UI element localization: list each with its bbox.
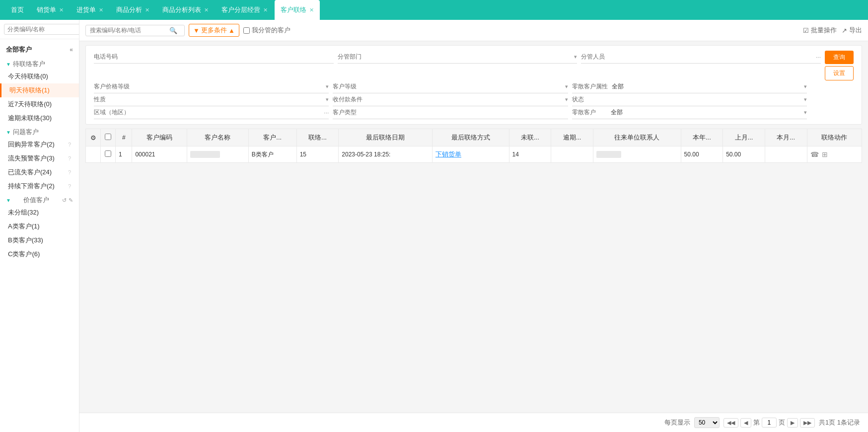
sidebar-item-today[interactable]: 今天待联络(0) (0, 70, 79, 83)
filter-scatter-customer-input[interactable] (611, 109, 804, 116)
filter-price-level-label: 客户价格等级 (94, 82, 130, 91)
sidebar-item-ungrouped[interactable]: 未分组(32) (0, 206, 79, 219)
export-button[interactable]: ↗ 导出 (842, 26, 862, 35)
row-this-month (765, 146, 807, 163)
row-settings-cell (86, 146, 101, 163)
sidebar-item-repurchase-abnormal[interactable]: 回购异常客户(2) ? (0, 138, 79, 151)
nav-item-home[interactable]: 首页 (5, 0, 30, 20)
filter-icon: ▼ (193, 27, 200, 34)
row-checkbox[interactable] (105, 150, 111, 157)
nav-item-customer-contact[interactable]: 客户联络 ✕ (275, 0, 320, 20)
sidebar-item-churned[interactable]: 已流失客户(24) ? (0, 165, 79, 179)
filter-phone-input[interactable] (133, 54, 334, 61)
nav-item-sales[interactable]: 销货单 ✕ (31, 0, 70, 20)
filter-status: 状态 ▾ (572, 93, 807, 106)
row-overdue (551, 146, 593, 163)
region-more-icon[interactable]: ··· (324, 109, 329, 116)
select-all-checkbox[interactable] (105, 134, 111, 140)
prev-page-button[interactable]: ◀ (740, 418, 751, 428)
status-dropdown-icon[interactable]: ▾ (804, 96, 807, 103)
page-number-input[interactable] (762, 418, 777, 428)
all-customers-label: 全部客户 (6, 45, 32, 54)
scatter-attr-dropdown-icon[interactable]: ▾ (804, 83, 807, 90)
filter-customer-level-label: 客户等级 (333, 82, 367, 91)
search-icon[interactable]: 🔍 (169, 27, 177, 34)
row-last-contact-method[interactable]: 下销货单 (433, 146, 509, 163)
filter-status-input[interactable] (611, 96, 804, 103)
scatter-customer-dropdown-icon[interactable]: ▾ (804, 109, 807, 116)
customer-level-dropdown-icon[interactable]: ▾ (565, 83, 568, 90)
col-header-checkbox[interactable] (101, 129, 116, 146)
close-sales-icon[interactable]: ✕ (59, 7, 64, 13)
filter-status-label: 状态 (572, 95, 607, 104)
table-row: 1 000021 B类客户 15 2023-05-23 18:25: 下销货单 … (86, 146, 862, 163)
nav-item-goods-analysis-list[interactable]: 商品分析列表 ✕ (156, 0, 215, 20)
bulk-operation-button[interactable]: ☑ 批量操作 (803, 26, 837, 35)
sidebar-item-type-c[interactable]: C类客户(6) (0, 247, 79, 261)
filter-scatter-customer: 零散客户 ▾ (572, 106, 807, 119)
sidebar-item-tomorrow[interactable]: 明天待联络(1) (0, 83, 79, 97)
group-title-value: 价值客户 ↺ ✎ (0, 193, 79, 206)
col-header-code: 客户编码 (132, 129, 187, 146)
row-type: B类客户 (248, 146, 296, 163)
my-customers-checkbox[interactable] (243, 27, 250, 34)
search-input[interactable] (90, 27, 169, 34)
help-icon-declining[interactable]: ? (68, 183, 71, 189)
close-purchase-icon[interactable]: ✕ (99, 7, 103, 13)
col-header-last-contact-date: 最后联络日期 (339, 129, 433, 146)
nav-item-goods-analysis[interactable]: 商品分析 ✕ (110, 0, 155, 20)
col-header-contacts: 联络... (296, 129, 339, 146)
price-level-dropdown-icon[interactable]: ▾ (326, 83, 329, 90)
query-button[interactable]: 查询 (825, 51, 854, 64)
filter-region-input[interactable] (134, 109, 324, 116)
more-filter-button[interactable]: ▼ 更多条件 ▲ (189, 24, 239, 37)
filter-dept-input[interactable] (376, 54, 575, 61)
set-button[interactable]: 设置 (825, 66, 854, 80)
sidebar-item-type-a[interactable]: A类客户(1) (0, 219, 79, 233)
manager-more-icon[interactable]: ··· (816, 54, 821, 61)
filter-payment-input[interactable] (371, 96, 565, 103)
filter-price-level: 客户价格等级 ▾ (94, 80, 329, 93)
row-phone-icon[interactable]: ☎ (810, 150, 819, 158)
nav-item-customer-tier[interactable]: 客户分层经营 ✕ (216, 0, 274, 20)
first-page-button[interactable]: ◀◀ (723, 418, 738, 428)
help-icon-churned[interactable]: ? (68, 169, 71, 175)
help-icon-repurchase[interactable]: ? (68, 142, 71, 147)
sidebar-item-week[interactable]: 近7天待联络(0) (0, 97, 79, 111)
row-checkbox-cell[interactable] (101, 146, 116, 163)
last-page-button[interactable]: ▶▶ (800, 418, 815, 428)
dept-dropdown-icon[interactable]: ▾ (574, 54, 577, 60)
sidebar-item-declining[interactable]: 持续下滑客户(2) ? (0, 179, 79, 193)
close-customer-tier-icon[interactable]: ✕ (263, 7, 268, 13)
row-name[interactable] (187, 146, 248, 163)
nav-item-purchase[interactable]: 进货单 ✕ (71, 0, 109, 20)
filter-customer-level-input[interactable] (371, 83, 565, 90)
sidebar-item-overdue[interactable]: 逾期未联络(30) (0, 111, 79, 125)
sidebar-item-type-b[interactable]: B类客户(33) (0, 233, 79, 247)
col-header-settings[interactable]: ⚙ (86, 129, 101, 146)
nature-dropdown-icon[interactable]: ▾ (326, 96, 329, 103)
filter-nature-input[interactable] (133, 96, 326, 103)
row-index: 1 (116, 146, 132, 163)
row-last-month: 50.00 (723, 146, 765, 163)
value-group-edit-icon[interactable]: ✎ (69, 197, 73, 204)
filter-scatter-attr-input[interactable] (612, 83, 804, 90)
page-size-select[interactable]: 50 100 200 (694, 417, 720, 428)
settings-icon[interactable]: ⚙ (90, 134, 96, 142)
row-grid-icon[interactable]: ⊞ (822, 150, 828, 158)
sidebar-all-customers[interactable]: 全部客户 « (0, 42, 79, 57)
sidebar-item-churn-warning[interactable]: 流失预警客户(3) ? (0, 151, 79, 165)
next-page-button[interactable]: ▶ (787, 418, 798, 428)
close-goods-list-icon[interactable]: ✕ (204, 7, 209, 13)
sidebar-search-input[interactable] (4, 24, 79, 35)
help-icon-churn[interactable]: ? (68, 155, 71, 161)
filter-customer-type-input[interactable] (371, 109, 568, 116)
payment-dropdown-icon[interactable]: ▾ (565, 96, 568, 103)
page-size-label: 每页显示 (664, 418, 690, 427)
value-group-refresh-icon[interactable]: ↺ (62, 197, 67, 204)
filter-payment-label: 收付款条件 (333, 95, 367, 104)
close-goods-analysis-icon[interactable]: ✕ (145, 7, 149, 13)
filter-manager-input[interactable] (620, 54, 816, 61)
filter-price-level-input[interactable] (134, 83, 326, 90)
close-customer-contact-icon[interactable]: ✕ (309, 7, 314, 13)
